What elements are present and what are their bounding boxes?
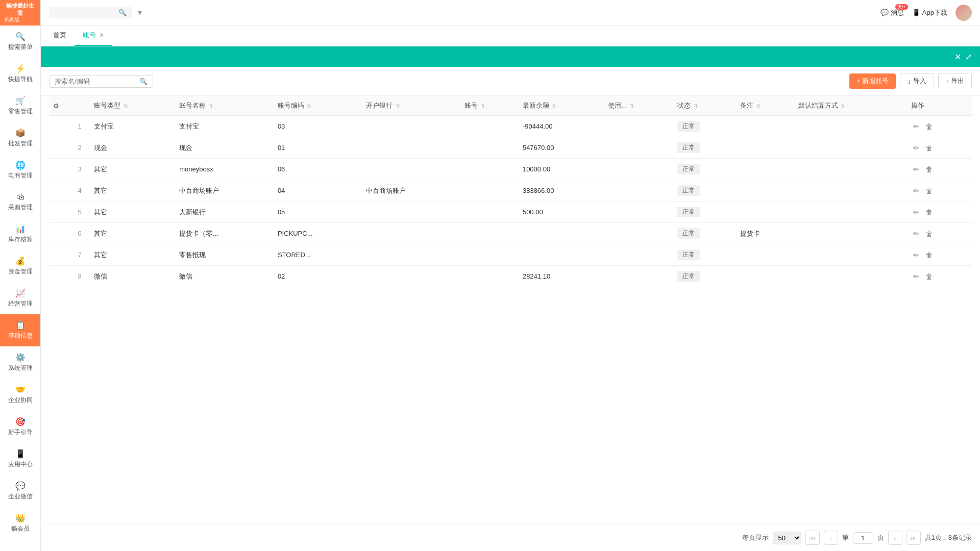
delete-button[interactable]: 🗑 bbox=[923, 207, 935, 217]
edit-button[interactable]: ✏ bbox=[911, 164, 921, 174]
th-remark[interactable]: 备注 ⇅ bbox=[736, 96, 794, 116]
table-search-icon[interactable]: 🔍 bbox=[139, 78, 148, 85]
delete-button[interactable]: 🗑 bbox=[923, 250, 935, 260]
corp-agreement-icon: 🤝 bbox=[15, 385, 26, 394]
sidebar-item-basic-info[interactable]: 📋 基础信息 bbox=[0, 314, 40, 346]
row-account bbox=[460, 202, 519, 223]
last-page-button[interactable]: ⏭ bbox=[906, 531, 921, 545]
delete-button[interactable]: 🗑 bbox=[923, 229, 935, 239]
sidebar-item-purchase-mgmt[interactable]: 🛍 采购管理 bbox=[0, 186, 40, 218]
actions-cell: ✏ 🗑 bbox=[911, 121, 968, 132]
th-code[interactable]: 账号编码 ⇅ bbox=[274, 96, 362, 116]
sidebar-item-wholesale-mgmt[interactable]: 📦 批发管理 bbox=[0, 122, 40, 154]
sidebar-item-retail-mgmt[interactable]: 🛒 零售管理 bbox=[0, 90, 40, 122]
message-icon: 💬 bbox=[880, 9, 889, 16]
edit-button[interactable]: ✏ bbox=[911, 186, 921, 196]
delete-button[interactable]: 🗑 bbox=[923, 186, 935, 196]
th-type-sort[interactable]: ⇅ bbox=[124, 103, 128, 109]
th-remark-label: 备注 bbox=[740, 102, 753, 109]
edit-button[interactable]: ✏ bbox=[911, 250, 921, 260]
sidebar-item-new-guide[interactable]: 🎯 新手引导 bbox=[0, 411, 40, 443]
tab-account-close[interactable]: ✕ bbox=[99, 32, 104, 39]
sidebar-item-app-center[interactable]: 📱 应用中心 bbox=[0, 443, 40, 475]
th-code-sort[interactable]: ⇅ bbox=[307, 103, 311, 109]
prev-page-button[interactable]: ‹ bbox=[824, 531, 838, 545]
row-settings-cell bbox=[49, 180, 69, 202]
page-input[interactable] bbox=[853, 532, 873, 544]
th-type[interactable]: 账号类型 ⇅ bbox=[90, 96, 175, 116]
status-badge: 正常 bbox=[677, 142, 700, 153]
accounts-table: ⚙ 账号类型 ⇅ 账号名称 ⇅ 账号编码 ⇅ bbox=[49, 96, 972, 287]
export-button[interactable]: ↑ 导出 bbox=[938, 73, 972, 89]
sidebar-item-sys-mgmt[interactable]: ⚙️ 系统管理 bbox=[0, 346, 40, 379]
sidebar-item-corp-agreement[interactable]: 🤝 企业协同 bbox=[0, 379, 40, 411]
delete-button[interactable]: 🗑 bbox=[923, 271, 935, 282]
user-avatar[interactable] bbox=[955, 5, 972, 21]
th-default-settlement-sort[interactable]: ⇅ bbox=[841, 103, 845, 109]
delete-button[interactable]: 🗑 bbox=[923, 164, 935, 174]
th-usage-sort[interactable]: ⇅ bbox=[630, 103, 634, 109]
sidebar-item-search-menu[interactable]: 🔍 搜索菜单 bbox=[0, 26, 40, 58]
table-search-box[interactable]: 🔍 bbox=[49, 75, 153, 88]
th-name[interactable]: 账号名称 ⇅ bbox=[175, 96, 274, 116]
row-status: 正常 bbox=[673, 180, 736, 202]
edit-button[interactable]: ✏ bbox=[911, 229, 921, 239]
th-remark-sort[interactable]: ⇅ bbox=[756, 103, 761, 109]
th-account-sort[interactable]: ⇅ bbox=[481, 103, 485, 109]
sidebar-item-ecom-mgmt[interactable]: 🌐 电商管理 bbox=[0, 154, 40, 186]
status-badge: 正常 bbox=[677, 228, 700, 239]
edit-button[interactable]: ✏ bbox=[911, 143, 921, 153]
app-download-button[interactable]: 📱 App下载 bbox=[912, 8, 947, 17]
sidebar-item-corp-wechat[interactable]: 💬 企业微信 bbox=[0, 475, 40, 507]
table-row: 8 微信 微信 02 28241.10 正常 ✏ 🗑 bbox=[49, 266, 972, 287]
header-left: 🔍 ▾ bbox=[49, 7, 142, 18]
next-page-button[interactable]: › bbox=[888, 531, 902, 545]
edit-button[interactable]: ✏ bbox=[911, 271, 921, 282]
expand-page-icon[interactable]: ⤢ bbox=[965, 52, 972, 62]
th-settings[interactable]: ⚙ bbox=[49, 96, 69, 116]
sidebar-item-vip[interactable]: 👑 畅会员 bbox=[0, 507, 40, 539]
tab-account[interactable]: 账号 ✕ bbox=[75, 26, 112, 46]
header-search-input[interactable] bbox=[54, 9, 115, 16]
edit-button[interactable]: ✏ bbox=[911, 207, 921, 217]
th-default-settlement[interactable]: 默认结算方式 ⇅ bbox=[794, 96, 907, 116]
th-usage[interactable]: 使用... ⇅ bbox=[604, 96, 673, 116]
delete-button[interactable]: 🗑 bbox=[923, 121, 935, 132]
row-remark bbox=[736, 202, 794, 223]
sidebar-item-label: 批发管理 bbox=[8, 139, 33, 148]
th-balance-sort[interactable]: ⇅ bbox=[552, 103, 556, 109]
messages-button[interactable]: 💬 消息 99+ bbox=[880, 8, 904, 17]
th-balance[interactable]: 最新余额 ⇅ bbox=[519, 96, 604, 116]
sidebar-item-finance-mgmt[interactable]: 💰 资金管理 bbox=[0, 250, 40, 282]
delete-button[interactable]: 🗑 bbox=[923, 143, 935, 153]
th-status-sort[interactable]: ⇅ bbox=[694, 103, 698, 109]
add-account-button[interactable]: + 新增账号 bbox=[849, 73, 896, 89]
sidebar-item-inventory[interactable]: 📊 库存核算 bbox=[0, 218, 40, 250]
actions-cell: ✏ 🗑 bbox=[911, 271, 968, 282]
import-button[interactable]: ↓ 导入 bbox=[900, 73, 934, 89]
th-status[interactable]: 状态 ⇅ bbox=[673, 96, 736, 116]
row-default-settlement bbox=[794, 266, 907, 287]
row-code: 06 bbox=[274, 159, 362, 180]
inventory-icon: 📊 bbox=[15, 224, 26, 234]
row-settings-cell bbox=[49, 244, 69, 266]
edit-button[interactable]: ✏ bbox=[911, 121, 921, 132]
per-page-select[interactable]: 50 100 200 bbox=[773, 532, 801, 544]
first-page-button[interactable]: ⏮ bbox=[805, 531, 820, 545]
th-bank-sort[interactable]: ⇅ bbox=[396, 103, 400, 109]
th-name-sort[interactable]: ⇅ bbox=[209, 103, 213, 109]
tab-home[interactable]: 首页 bbox=[45, 26, 75, 46]
actions-cell: ✏ 🗑 bbox=[911, 250, 968, 260]
table-search-input[interactable] bbox=[55, 78, 136, 85]
close-page-icon[interactable]: ✕ bbox=[954, 52, 961, 62]
header-dropdown-icon[interactable]: ▾ bbox=[138, 8, 142, 17]
sidebar-item-quick-nav[interactable]: ⚡ 快捷导航 bbox=[0, 58, 40, 90]
row-settings-cell bbox=[49, 159, 69, 180]
header-search-box[interactable]: 🔍 bbox=[49, 7, 132, 18]
settings-icon[interactable]: ⚙ bbox=[53, 102, 59, 110]
th-bank[interactable]: 开户银行 ⇅ bbox=[362, 96, 460, 116]
th-account[interactable]: 账号 ⇅ bbox=[460, 96, 519, 116]
purchase-icon: 🛍 bbox=[16, 192, 24, 202]
row-account bbox=[460, 159, 519, 180]
sidebar-item-ops-mgmt[interactable]: 📈 经营管理 bbox=[0, 282, 40, 314]
